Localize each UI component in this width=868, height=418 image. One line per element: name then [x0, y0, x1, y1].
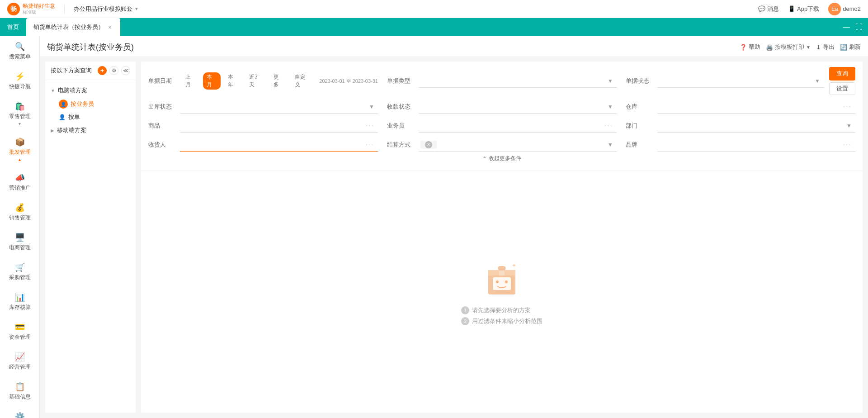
- filter-status-control[interactable]: ▼: [657, 74, 824, 88]
- app-download-btn[interactable]: 📱 App下载: [788, 5, 819, 13]
- logo-area: 畅 畅捷销好生意 标准版: [7, 3, 55, 15]
- empty-svg: ✦: [479, 258, 524, 299]
- dots-icon4: ···: [366, 141, 374, 149]
- scheme-by-order[interactable]: 👤 按单: [45, 111, 136, 124]
- hint-num-2: 2: [461, 317, 469, 325]
- scheme-collapse-btn[interactable]: ≪: [121, 66, 130, 75]
- filter-salesperson-item: 业务员 ···: [387, 119, 617, 133]
- sidebar-item-finance[interactable]: 💳 资金管理: [0, 317, 39, 347]
- sidebar-item-sales[interactable]: 💰 销售管理: [0, 197, 39, 227]
- custom-btn[interactable]: 自定义: [291, 72, 314, 90]
- maximize-btn[interactable]: ⛶: [855, 23, 863, 31]
- workspace-selector[interactable]: 办公用品行业模拟账套 ▼: [74, 5, 139, 13]
- chevron-up-icon: ⌃: [482, 156, 487, 162]
- svg-point-5: [496, 280, 499, 283]
- filter-settlement-label: 结算方式: [387, 141, 419, 149]
- filter-row-2: 出库状态 ▼ 收款状态 ▼: [148, 100, 855, 114]
- more-btn[interactable]: 更多: [270, 72, 288, 90]
- lightning-icon: ⚡: [15, 71, 25, 81]
- filter-settlement-control[interactable]: ✕ ▼: [419, 138, 617, 152]
- last-7-days-btn[interactable]: 近7天: [245, 72, 266, 90]
- filter-payment-status-control[interactable]: ▼: [419, 100, 617, 114]
- filter-type-control[interactable]: ▼: [419, 74, 617, 88]
- export-btn[interactable]: ⬇ 导出: [816, 43, 835, 51]
- scheme-panel: 按以下方案查询 + ⚙ ≪ ▼ 电脑端方案: [45, 62, 136, 413]
- sidebar-item-basic[interactable]: 📋 基础信息: [0, 376, 39, 406]
- filter-warehouse-control[interactable]: ···: [657, 100, 855, 114]
- sidebar-item-operations[interactable]: 📈 经营管理: [0, 347, 39, 376]
- scheme-settings-btn[interactable]: ⚙: [109, 66, 118, 75]
- filter-date-control[interactable]: 上月 本月 本年 近7天 更多 自定义: [180, 71, 317, 91]
- filter-goods-label: 商品: [148, 122, 180, 130]
- sidebar-item-ecommerce[interactable]: 🖥️ 电商管理: [0, 227, 39, 257]
- last-month-btn[interactable]: 上月: [182, 72, 199, 90]
- filter-stock-status-control[interactable]: ▼: [180, 100, 378, 114]
- scheme-mobile-item[interactable]: ▶ 移动端方案: [45, 124, 136, 137]
- tab-sales-stat[interactable]: 销货单统计表（按业务员） ✕: [26, 18, 120, 36]
- tab-bar: 首页 销货单统计表（按业务员） ✕ — ⛶: [0, 18, 868, 36]
- chevron-down-icon3: ▼: [369, 104, 374, 110]
- messages-btn[interactable]: 💬 消息: [758, 5, 779, 13]
- this-year-btn[interactable]: 本年: [224, 72, 242, 90]
- filter-goods-control[interactable]: ···: [180, 119, 378, 133]
- sidebar-item-inventory[interactable]: 📊 库存核算: [0, 287, 39, 317]
- tree-collapse-icon: ▶: [51, 128, 54, 133]
- order-icon: 👤: [59, 114, 66, 120]
- refresh-icon: 🔄: [840, 44, 847, 51]
- filter-receiver-label: 收货人: [148, 141, 180, 149]
- scheme-desktop-item[interactable]: ▼ 电脑端方案: [45, 84, 136, 97]
- tab-bar-actions: — ⛶: [843, 23, 868, 31]
- filter-salesperson-label: 业务员: [387, 122, 419, 130]
- filter-warehouse-item: 仓库 ···: [626, 100, 855, 114]
- filter-status-label: 单据状态: [626, 77, 657, 85]
- scheme-by-salesperson[interactable]: 👤 按业务员: [45, 97, 136, 111]
- sidebar-item-marketing[interactable]: 📣 营销推广: [0, 167, 39, 197]
- filter-salesperson-control[interactable]: ···: [419, 119, 617, 133]
- tree-expand-icon: ▼: [51, 88, 55, 93]
- minimize-btn[interactable]: —: [843, 23, 850, 31]
- settings-button[interactable]: 设置: [829, 82, 855, 95]
- filter-status-item: 单据状态 ▼ 查询 设置: [626, 67, 855, 95]
- print-btn[interactable]: 🖨️ 按模板打印 ▼: [766, 43, 811, 51]
- sidebar-item-search[interactable]: 🔍 搜索菜单: [0, 36, 39, 66]
- tab-close-btn[interactable]: ✕: [107, 24, 113, 30]
- sidebar-item-purchase[interactable]: 🛒 采购管理: [0, 257, 39, 287]
- tab-home[interactable]: 首页: [0, 18, 26, 36]
- collapse-more-btn[interactable]: ⌃ 收起更多条件: [148, 152, 855, 165]
- filter-stock-status-item: 出库状态 ▼: [148, 100, 378, 114]
- filter-brand-control[interactable]: ···: [657, 138, 855, 152]
- print-icon: 🖨️: [766, 44, 773, 51]
- filter-receiver-control[interactable]: ···: [180, 138, 378, 152]
- sidebar-item-retail[interactable]: 🛍️ 零售管理 ▼: [0, 96, 39, 132]
- wholesale-icon: 📦: [15, 137, 25, 147]
- sidebar-item-quick-nav[interactable]: ⚡ 快捷导航: [0, 66, 39, 96]
- svg-point-6: [505, 280, 508, 283]
- settlement-clear-btn[interactable]: ✕: [425, 141, 432, 148]
- chevron-down-icon: ▼: [134, 6, 139, 11]
- scheme-panel-title: 按以下方案查询: [51, 66, 92, 75]
- sidebar-item-wholesale[interactable]: 📦 批发管理 ▲: [0, 132, 39, 167]
- inventory-icon: 📊: [15, 292, 25, 302]
- user-menu[interactable]: Ea demo2: [828, 3, 861, 15]
- filter-department-label: 部门: [626, 122, 657, 130]
- filter-department-control[interactable]: ▼: [657, 119, 855, 133]
- svg-rect-8: [498, 266, 505, 270]
- logo-icon: 畅: [7, 3, 20, 15]
- filter-row-4: 收货人 ··· 结算方式: [148, 138, 855, 152]
- query-button[interactable]: 查询: [829, 67, 855, 81]
- page-content: 按以下方案查询 + ⚙ ≪ ▼ 电脑端方案: [40, 56, 868, 418]
- purchase-icon: 🛒: [15, 262, 25, 272]
- chevron-down-icon6: ▼: [608, 142, 613, 148]
- scheme-add-btn[interactable]: +: [98, 66, 107, 75]
- svg-marker-2: [488, 270, 499, 276]
- this-month-btn[interactable]: 本月: [203, 72, 221, 90]
- export-icon: ⬇: [816, 44, 821, 51]
- main-layout: 🔍 搜索菜单 ⚡ 快捷导航 🛍️ 零售管理 ▼ 📦 批发管理 ▲ 📣 营销推广: [0, 36, 868, 418]
- filter-brand-item: 品牌 ···: [626, 138, 855, 152]
- refresh-btn[interactable]: 🔄 刷新: [840, 43, 861, 51]
- help-btn[interactable]: ❓ 帮助: [740, 43, 760, 51]
- sidebar-item-system[interactable]: ⚙️ 系统管理: [0, 406, 39, 418]
- chevron-down-icon: ▼: [806, 45, 811, 50]
- filter-brand-label: 品牌: [626, 141, 657, 149]
- empty-illustration: ✦: [479, 258, 524, 299]
